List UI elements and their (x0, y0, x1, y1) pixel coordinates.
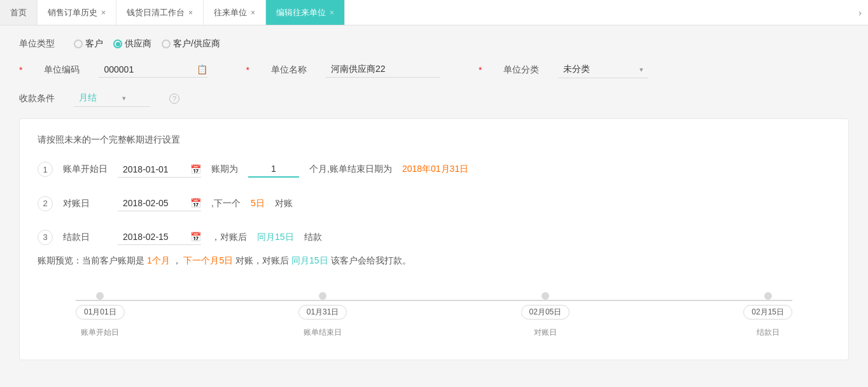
close-icon-edit-partner[interactable]: × (330, 8, 334, 17)
row3-desc-prefix: ，对账后 (211, 232, 247, 243)
tab-sales-history-label: 销售订单历史 (48, 7, 97, 18)
unit-category-label: 单位分类 (503, 64, 539, 76)
tab-edit-partner[interactable]: 编辑往来单位 × (266, 0, 345, 25)
unit-name-field (326, 62, 440, 78)
tab-more-button[interactable]: › (852, 0, 868, 25)
date-input-3: 📅 (118, 229, 201, 245)
node-label-2: 对账日 (534, 327, 557, 338)
period-for-label: 账期为 (211, 164, 238, 175)
period-card: 请按照未来的一个完整帐期进行设置 1 账单开始日 📅 账期为 个月,账单结束日期… (19, 118, 849, 360)
period-num-2: 2 (38, 196, 53, 211)
unit-code-field: 📋 (99, 62, 207, 78)
radio-circle-customer (74, 39, 83, 48)
radio-customer-label: 客户 (85, 38, 103, 50)
chevron-right-icon: › (858, 8, 862, 18)
radio-circle-supplier (113, 39, 122, 48)
period-suffix-label: 个月,账单结束日期为 (309, 164, 392, 175)
period-card-title: 请按照未来的一个完整帐期进行设置 (38, 134, 830, 146)
required-mark-code: * (19, 65, 22, 75)
tab-cash-work[interactable]: 钱货日清工作台 × (116, 0, 204, 25)
radio-both[interactable]: 客户/供应商 (162, 38, 220, 50)
period-field-label-1: 账单开始日 (63, 164, 108, 175)
period-num-1: 1 (38, 162, 53, 177)
timeline-node-0: 01月01日 账单开始日 (76, 292, 125, 338)
row3-desc-suffix: 结款 (304, 232, 322, 243)
preview-highlight2: 下一个月5日 (183, 255, 233, 265)
period-row-1: 1 账单开始日 📅 账期为 个月,账单结束日期为 2018年01月31日 (38, 161, 830, 178)
preview-middle1: ， (172, 255, 181, 265)
unit-name-input[interactable] (326, 62, 421, 77)
date-input-field-1[interactable] (118, 162, 188, 177)
row2-desc-prefix: ,下一个 (211, 198, 241, 209)
tab-bar: 首页 销售订单历史 × 钱货日清工作台 × 往来单位 × 编辑往来单位 × › (0, 0, 868, 25)
radio-customer[interactable]: 客户 (74, 38, 103, 50)
node-date-3: 02月15日 (743, 305, 792, 320)
radio-supplier[interactable]: 供应商 (113, 38, 151, 50)
unit-type-row: 单位类型 客户 供应商 客户/供应商 (19, 38, 849, 50)
timeline-node-2: 02月05日 对账日 (521, 292, 570, 338)
period-row-3: 3 结款日 📅 ，对账后 同月15日 结款 (38, 229, 830, 245)
unit-type-label: 单位类型 (19, 38, 55, 50)
unit-category-value: 未分类 (563, 64, 614, 75)
unit-name-label: 单位名称 (271, 64, 307, 76)
date-input-2: 📅 (118, 195, 201, 211)
period-field-label-3: 结款日 (63, 232, 108, 243)
timeline-nodes: 01月01日 账单开始日 01月31日 账单结束日 02月05日 对账日 02月… (76, 292, 792, 338)
preview-section: 账期预览：当前客户账期是 1个月 ， 下一个月5日 对账，对账后 同月15日 该… (38, 255, 830, 267)
dropdown-arrow-payment: ▾ (122, 94, 126, 102)
unit-code-label: 单位编码 (44, 64, 80, 76)
date-input-field-3[interactable] (118, 229, 188, 244)
node-dot-1 (319, 292, 326, 300)
date-input-1: 📅 (118, 162, 201, 178)
radio-circle-both (162, 39, 171, 48)
payment-terms-help-icon[interactable]: ? (169, 94, 179, 104)
node-dot-0 (96, 292, 104, 300)
node-date-2: 02月05日 (521, 305, 570, 320)
tab-sales-history[interactable]: 销售订单历史 × (38, 0, 116, 25)
calendar-icon-3[interactable]: 📅 (190, 232, 201, 242)
calendar-icon-1[interactable]: 📅 (190, 164, 201, 174)
period-end-date: 2018年01月31日 (402, 164, 468, 175)
radio-supplier-label: 供应商 (125, 38, 151, 50)
required-mark-category: * (479, 65, 482, 75)
dropdown-arrow-category: ▾ (640, 66, 643, 74)
period-value-input[interactable] (248, 161, 299, 178)
timeline-node-1: 01月31日 账单结束日 (298, 292, 347, 338)
row3-desc-highlight: 同月15日 (257, 232, 294, 243)
tab-cash-work-label: 钱货日清工作台 (127, 7, 185, 18)
period-num-3: 3 (38, 230, 53, 245)
node-label-0: 账单开始日 (81, 327, 119, 338)
close-icon-cash-work[interactable]: × (188, 8, 193, 17)
tab-partner[interactable]: 往来单位 × (204, 0, 266, 25)
unit-category-select[interactable]: 未分类 ▾ (558, 61, 648, 78)
payment-terms-row: 收款条件 月结 ▾ ? (19, 90, 849, 107)
radio-both-label: 客户/供应商 (173, 38, 220, 50)
calendar-icon-2[interactable]: 📅 (190, 198, 201, 208)
payment-terms-select[interactable]: 月结 ▾ (74, 90, 150, 107)
node-date-1: 01月31日 (298, 305, 347, 320)
payment-terms-value: 月结 (79, 92, 97, 104)
preview-suffix: 该客户会给我打款。 (331, 255, 411, 265)
preview-middle2: 对账，对账后 (235, 255, 289, 265)
unit-info-row: * 单位编码 📋 * 单位名称 * 单位分类 未分类 ▾ (19, 61, 849, 78)
node-label-3: 结款日 (757, 327, 780, 338)
close-icon-partner[interactable]: × (251, 8, 255, 17)
period-field-label-2: 对账日 (63, 198, 108, 209)
timeline-node-3: 02月15日 结款日 (743, 292, 792, 338)
preview-prefix: 账期预览：当前客户账期是 (38, 255, 144, 265)
copy-icon[interactable]: 📋 (197, 64, 207, 74)
preview-highlight3: 同月15日 (291, 255, 328, 265)
required-mark-name: * (246, 65, 249, 75)
tab-edit-partner-label: 编辑往来单位 (276, 7, 326, 18)
date-input-field-2[interactable] (118, 195, 188, 211)
main-content: 单位类型 客户 供应商 客户/供应商 * 单位编码 📋 * 单位名称 (0, 25, 868, 387)
node-dot-3 (764, 292, 772, 300)
tab-home-label: 首页 (10, 7, 27, 18)
node-label-1: 账单结束日 (304, 327, 342, 338)
preview-highlight1: 1个月 (147, 255, 170, 265)
row2-desc-highlight: 5日 (251, 198, 265, 209)
timeline: 01月01日 账单开始日 01月31日 账单结束日 02月05日 对账日 02月… (38, 286, 830, 344)
unit-code-input[interactable] (99, 62, 194, 77)
tab-home[interactable]: 首页 (0, 0, 38, 25)
close-icon-sales-history[interactable]: × (101, 8, 106, 17)
